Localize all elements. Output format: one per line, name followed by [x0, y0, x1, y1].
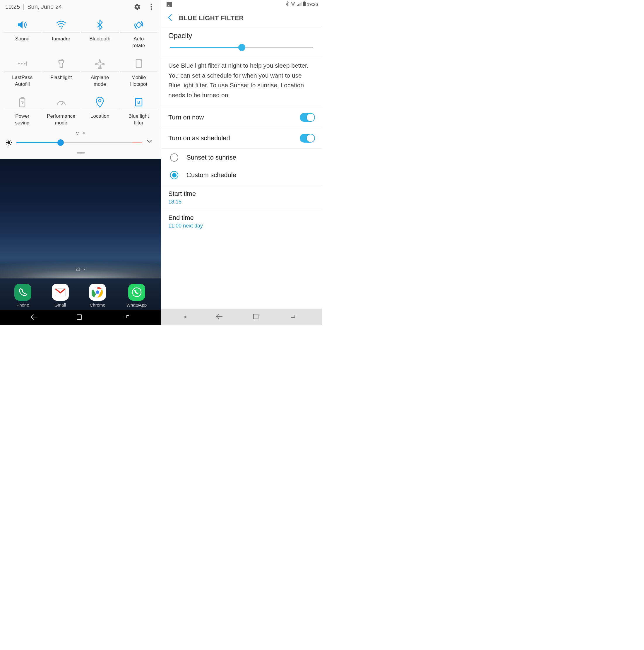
svg-rect-10 [21, 98, 24, 99]
svg-rect-4 [136, 22, 142, 28]
end-time-row[interactable]: End time 11:00 next day [161, 210, 322, 232]
chrome-icon [89, 284, 106, 301]
qs-tile-gauge[interactable]: Performancemode [42, 92, 81, 131]
start-time-value: 18:15 [168, 199, 315, 205]
location-icon [81, 94, 119, 110]
svg-point-3 [61, 28, 62, 29]
qs-tile-label: Bluetooth [89, 36, 110, 49]
opacity-slider[interactable] [170, 47, 313, 48]
qs-tile-password[interactable]: LastPassAutofill [3, 53, 42, 92]
dock-label: Phone [16, 302, 29, 308]
qs-tile-label: Sound [15, 36, 30, 49]
battery-status-icon [303, 1, 306, 7]
qs-tile-flashlight[interactable]: Flashlight [42, 53, 81, 92]
phone-icon [14, 284, 31, 301]
scheduled-row[interactable]: Turn on as scheduled [161, 128, 322, 149]
recents-button[interactable] [122, 314, 131, 321]
whatsapp-icon [128, 284, 145, 301]
home-button[interactable] [76, 314, 85, 321]
more-options-icon[interactable] [147, 2, 156, 11]
start-time-label: Start time [168, 190, 315, 197]
svg-rect-9 [20, 99, 25, 107]
radio-sunset-icon[interactable] [170, 153, 178, 161]
description-text: Use Blue light filter at night to help y… [161, 57, 322, 107]
brightness-icon [5, 139, 12, 146]
bluetooth-status-icon [285, 1, 289, 7]
back-button[interactable] [215, 313, 224, 320]
nav-dot [184, 316, 186, 318]
qs-tile-label: Performancemode [47, 113, 75, 127]
start-time-row[interactable]: Start time 18:15 [161, 186, 322, 210]
end-time-label: End time [168, 214, 315, 222]
qs-tile-rotate[interactable]: Autorotate [119, 15, 158, 53]
scheduled-label: Turn on as scheduled [168, 134, 230, 142]
radio-custom-label: Custom schedule [186, 171, 236, 179]
qs-tile-wifi[interactable]: tumadre [42, 15, 81, 53]
turn-on-now-label: Turn on now [168, 114, 204, 121]
radio-custom-row[interactable]: Custom schedule [161, 166, 322, 186]
home-button[interactable] [253, 313, 261, 320]
gmail-icon [52, 284, 69, 301]
dock-app-gmail[interactable]: Gmail [52, 284, 69, 308]
opacity-label: Opacity [168, 32, 315, 40]
svg-point-12 [99, 100, 101, 102]
home-screen: • PhoneGmailChromeWhatsApp [0, 159, 161, 325]
clock-time: 19:25 [5, 3, 20, 10]
radio-sunset-label: Sunset to sunrise [186, 154, 236, 161]
qs-tile-label: Flashlight [50, 74, 72, 88]
svg-point-15 [7, 141, 10, 144]
qs-tile-battery[interactable]: Powersaving [3, 92, 42, 131]
qs-tile-label: MobileHotspot [130, 74, 147, 88]
sound-icon [3, 17, 41, 33]
settings-gear-icon[interactable] [133, 2, 142, 11]
qs-tile-bluetooth[interactable]: Bluetooth [80, 15, 119, 53]
brightness-slider-row [0, 138, 161, 149]
radio-sunset-row[interactable]: Sunset to sunrise [161, 149, 322, 166]
turn-on-now-switch[interactable] [300, 113, 315, 122]
turn-on-now-row[interactable]: Turn on now [161, 107, 322, 128]
wifi-status-icon [290, 2, 296, 7]
dock-app-phone[interactable]: Phone [14, 284, 31, 308]
svg-point-7 [24, 63, 26, 64]
back-chevron-icon[interactable] [168, 14, 173, 23]
battery-icon [3, 94, 41, 110]
svg-rect-8 [136, 60, 141, 68]
page-title: BLUE LIGHT FILTER [179, 14, 244, 22]
svg-point-21 [132, 288, 141, 297]
nav-bar [0, 310, 161, 325]
qs-tile-label: Powersaving [15, 113, 30, 127]
svg-point-2 [151, 8, 152, 10]
svg-point-20 [96, 290, 100, 294]
qs-tile-label: tumadre [52, 36, 70, 49]
dock-app-whatsapp[interactable]: WhatsApp [126, 284, 147, 308]
brightness-slider[interactable] [16, 142, 142, 143]
qs-tile-hotspot[interactable]: MobileHotspot [119, 53, 158, 92]
recents-button[interactable] [290, 313, 299, 320]
qs-tile-location[interactable]: Location [80, 92, 119, 131]
svg-rect-25 [304, 1, 305, 2]
dock-app-chrome[interactable]: Chrome [89, 284, 106, 308]
svg-point-23 [293, 5, 293, 6]
qs-tile-airplane[interactable]: Airplanemode [80, 53, 119, 92]
qs-pager[interactable] [0, 131, 161, 138]
qs-tile-label: Blue lightfilter [128, 113, 149, 127]
radio-custom-icon[interactable] [170, 171, 178, 179]
qs-tile-label: Location [90, 113, 109, 127]
end-time-value: 11:00 next day [168, 223, 315, 229]
scheduled-switch[interactable] [300, 134, 315, 143]
flashlight-icon [42, 56, 80, 71]
svg-point-11 [61, 104, 62, 105]
chevron-down-icon[interactable] [146, 139, 154, 146]
qs-header: 19:25 | Sun, June 24 [0, 0, 161, 13]
panel-drag-handle[interactable]: ══ [0, 149, 161, 159]
qs-tile-bluelight[interactable]: BBlue lightfilter [119, 92, 158, 131]
blue-light-filter-page: 19:26 BLUE LIGHT FILTER Opacity Use Blue… [161, 0, 322, 325]
svg-point-0 [151, 4, 152, 5]
bluetooth-icon [81, 17, 119, 33]
back-button[interactable] [30, 314, 39, 321]
home-pager: • [0, 267, 161, 284]
svg-point-1 [151, 6, 152, 8]
qs-tile-sound[interactable]: Sound [3, 15, 42, 53]
clock-date: Sun, June 24 [27, 3, 62, 10]
qs-tile-label: Autorotate [132, 36, 145, 49]
